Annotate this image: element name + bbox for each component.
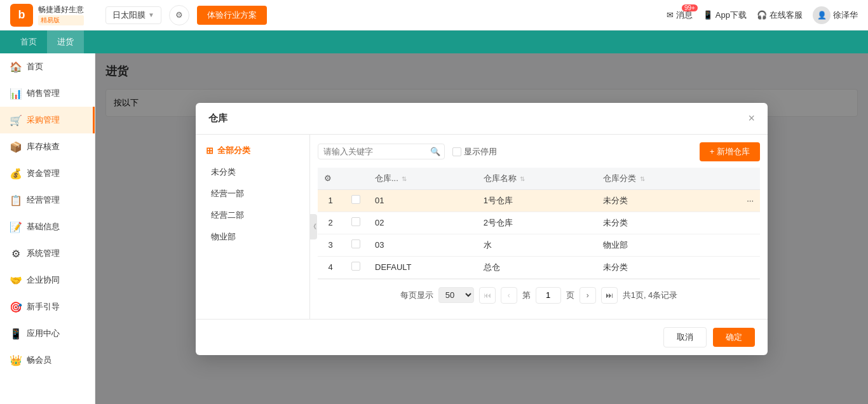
first-page-button[interactable]: ⏮ xyxy=(479,287,496,304)
message-button[interactable]: ✉ 消息 99+ xyxy=(667,10,693,21)
branch-selector[interactable]: 日太阳膜 ▼ xyxy=(105,6,161,24)
row-name: 2号仓库 xyxy=(477,212,597,234)
table-row[interactable]: 3 03 水 物业部 xyxy=(318,234,760,256)
table-row[interactable]: 1 01 1号仓库 未分类 ··· xyxy=(318,189,760,212)
row-category: 未分类 xyxy=(597,212,717,234)
search-input[interactable] xyxy=(323,147,430,156)
operation-icon: 📋 xyxy=(10,194,22,206)
sidebar-item-system[interactable]: ⚙ 系统管理 xyxy=(0,240,95,267)
sidebar-item-label: 新手引导 xyxy=(27,301,60,313)
row-more-button[interactable] xyxy=(717,212,760,234)
row-code: 01 xyxy=(369,189,477,212)
sidebar-item-apps[interactable]: 📱 应用中心 xyxy=(0,320,95,347)
app-download-label: App下载 xyxy=(715,10,747,21)
sidebar-item-label: 经营管理 xyxy=(27,194,60,206)
show-disabled-label[interactable]: 显示停用 xyxy=(452,146,497,158)
sidebar-item-label: 首页 xyxy=(27,61,43,72)
row-checkbox[interactable] xyxy=(343,234,369,256)
sidebar-item-guide[interactable]: 🎯 新手引导 xyxy=(0,293,95,320)
sidebar-item-inventory[interactable]: 📦 库存核查 xyxy=(0,133,95,160)
user-area[interactable]: 👤 徐泽华 xyxy=(813,6,858,24)
row-more-button[interactable] xyxy=(717,234,760,256)
avatar: 👤 xyxy=(813,6,831,24)
table-toolbar: 🔍 显示停用 + 新增仓库 xyxy=(318,142,760,161)
row-checkbox[interactable] xyxy=(343,256,369,278)
next-page-button[interactable]: › xyxy=(580,287,596,304)
row-code: 03 xyxy=(369,234,477,256)
logo-text-area: 畅捷通好生意 精易版 xyxy=(38,4,84,25)
row-checkbox[interactable] xyxy=(343,212,369,234)
sidebar-item-base-info[interactable]: 📝 基础信息 xyxy=(0,213,95,240)
category-item-unclassified[interactable]: 未分类 xyxy=(196,161,309,183)
page-input[interactable] xyxy=(536,287,561,304)
home-icon: 🏠 xyxy=(10,61,22,72)
show-disabled-checkbox[interactable] xyxy=(452,147,461,156)
cancel-button[interactable]: 取消 xyxy=(663,327,707,347)
settings-button[interactable]: ⚙ xyxy=(169,5,189,25)
sort-category-icon: ⇅ xyxy=(640,175,645,182)
sidebar-item-sales[interactable]: 📊 销售管理 xyxy=(0,80,95,107)
sidebar-item-label: 采购管理 xyxy=(27,114,60,126)
inventory-icon: 📦 xyxy=(10,141,22,152)
grid-icon: ⊞ xyxy=(206,145,214,156)
col-gear: ⚙ xyxy=(318,168,343,190)
confirm-button[interactable]: 确定 xyxy=(713,328,755,347)
app-download-button[interactable]: 📱 App下载 xyxy=(703,10,747,21)
message-icon: ✉ xyxy=(667,10,674,20)
col-category: 仓库分类 ⇅ xyxy=(597,168,717,190)
page-label: 第 xyxy=(522,290,531,301)
row-more-button[interactable]: ··· xyxy=(717,189,760,212)
row-name: 总仓 xyxy=(477,256,597,278)
message-badge: 99+ xyxy=(682,4,698,11)
row-name: 水 xyxy=(477,234,597,256)
branch-name: 日太阳膜 xyxy=(112,10,146,21)
table-header-row: ⚙ 仓库... ⇅ 仓库名称 ⇅ xyxy=(318,168,760,190)
per-page-select[interactable]: 50 100 200 xyxy=(438,287,474,303)
collapse-button[interactable]: 《 xyxy=(309,214,317,239)
show-disabled-text: 显示停用 xyxy=(464,146,497,158)
enterprise-icon: 🤝 xyxy=(10,274,22,286)
category-item-label: 未分类 xyxy=(211,167,236,177)
sidebar-item-home[interactable]: 🏠 首页 xyxy=(0,53,95,80)
header-right: ✉ 消息 99+ 📱 App下载 🎧 在线客服 👤 徐泽华 xyxy=(667,6,858,24)
apps-icon: 📱 xyxy=(10,328,22,339)
warehouse-table: ⚙ 仓库... ⇅ 仓库名称 ⇅ xyxy=(318,168,760,279)
sidebar-item-purchase[interactable]: 🛒 采购管理 xyxy=(0,107,95,133)
prev-page-button[interactable]: ‹ xyxy=(501,287,517,304)
online-service-label: 在线客服 xyxy=(770,10,803,21)
finance-icon: 💰 xyxy=(10,168,22,179)
col-actions xyxy=(717,168,760,190)
gear-icon: ⚙ xyxy=(175,10,183,20)
sidebar-item-operation[interactable]: 📋 经营管理 xyxy=(0,187,95,213)
sidebar-item-finance[interactable]: 💰 资金管理 xyxy=(0,160,95,187)
tab-purchase[interactable]: 进货 xyxy=(47,30,84,53)
search-box: 🔍 xyxy=(318,144,445,159)
category-all[interactable]: ⊞ 全部分类 xyxy=(196,140,309,161)
modal-backdrop: 仓库 × ⊞ 全部分类 未分类 经营一 xyxy=(95,53,868,404)
row-checkbox[interactable] xyxy=(343,189,369,212)
row-more-button[interactable] xyxy=(717,256,760,278)
app-badge: 精易版 xyxy=(38,15,84,25)
modal-header: 仓库 × xyxy=(196,103,768,135)
sidebar-item-enterprise[interactable]: 🤝 企业协同 xyxy=(0,267,95,293)
row-number: 4 xyxy=(318,256,343,278)
per-page-label: 每页显示 xyxy=(400,290,433,301)
category-item-operation1[interactable]: 经营一部 xyxy=(196,183,309,205)
tab-home[interactable]: 首页 xyxy=(10,30,47,53)
branch-chevron-icon: ▼ xyxy=(148,11,154,18)
row-category: 未分类 xyxy=(597,256,717,278)
total-info: 共1页, 4条记录 xyxy=(623,290,678,301)
sidebar-item-member[interactable]: 👑 畅会员 xyxy=(0,347,95,374)
table-row[interactable]: 4 DEFAULT 总仓 未分类 xyxy=(318,256,760,278)
last-page-button[interactable]: ⏭ xyxy=(601,287,618,304)
add-warehouse-button[interactable]: + 新增仓库 xyxy=(700,142,760,161)
table-row[interactable]: 2 02 2号仓库 未分类 xyxy=(318,212,760,234)
category-item-operation2[interactable]: 经营二部 xyxy=(196,205,309,226)
category-item-property[interactable]: 物业部 xyxy=(196,226,309,248)
row-code: 02 xyxy=(369,212,477,234)
try-industry-button[interactable]: 体验行业方案 xyxy=(197,6,267,25)
close-icon[interactable]: × xyxy=(748,112,755,125)
header-mid: 日太阳膜 ▼ ⚙ 体验行业方案 xyxy=(105,5,667,25)
online-service-button[interactable]: 🎧 在线客服 xyxy=(757,10,803,21)
row-number: 3 xyxy=(318,234,343,256)
